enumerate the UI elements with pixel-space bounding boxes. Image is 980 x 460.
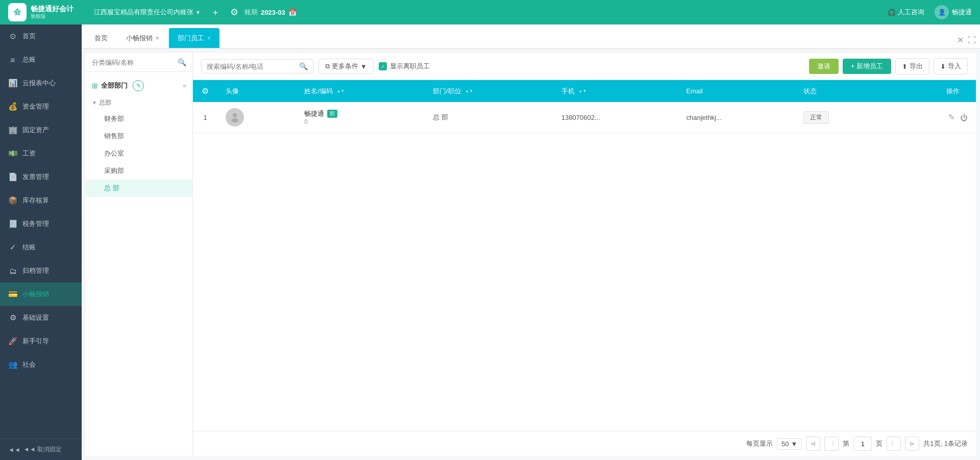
employee-toolbar: 🔍 ⧉ 更多条件 ▼ ✓ 显示离职员工 邀请 + 新增员工 — [193, 53, 976, 80]
th-settings: ⚙ — [193, 80, 217, 102]
dept-item-finance[interactable]: 财务部 — [86, 110, 192, 127]
filter-label: 更多条件 — [332, 62, 358, 71]
unpin-sidebar-btn[interactable]: ◄◄ ◄◄ 取消固定 — [0, 439, 82, 460]
sidebar-item-tax[interactable]: 🧾 税务管理 — [0, 212, 82, 236]
row-index: 1 — [193, 102, 217, 133]
logo-sub: 旗舰版 — [31, 13, 74, 20]
employee-name-text: 畅捷通 — [304, 109, 324, 118]
add-btn[interactable]: ＋ — [209, 4, 222, 20]
employee-search-icon[interactable]: 🔍 — [299, 62, 308, 70]
dept-search-input[interactable] — [92, 59, 178, 66]
row-email: chanjethkj... — [678, 102, 795, 133]
sidebar-label-invoice: 发票管理 — [22, 172, 49, 182]
sidebar-item-home[interactable]: ⊙ 首页 — [0, 24, 82, 48]
filter-btn[interactable]: ⧉ 更多条件 ▼ — [318, 59, 374, 74]
show-resigned[interactable]: ✓ 显示离职员工 — [379, 62, 430, 71]
tab-dept-employee[interactable]: 部门员工 × — [169, 28, 219, 48]
row-phone: 138070602... — [553, 102, 678, 133]
sidebar-item-invoice[interactable]: 📄 发票管理 — [0, 165, 82, 189]
close-window-btn[interactable]: ✕ — [957, 35, 964, 45]
row-avatar — [217, 102, 296, 133]
avatar: 👤 — [935, 5, 949, 19]
company-dropdown-icon: ▼ — [195, 10, 201, 15]
sidebar-label-archive: 归档管理 — [22, 266, 49, 275]
assets-icon: 🏢 — [8, 125, 17, 135]
sidebar-item-archive[interactable]: 🗂 归档管理 — [0, 259, 82, 283]
dept-item-sales[interactable]: 销售部 — [86, 127, 192, 145]
dept-item-general[interactable]: 总 部 — [86, 180, 192, 197]
sidebar-item-settings[interactable]: ⚙ 基础设置 — [0, 306, 82, 329]
employee-avatar — [226, 108, 244, 126]
account-period: 账期 2023-03 📅 — [244, 8, 297, 17]
tab-expense[interactable]: 小畅报销 × — [117, 28, 168, 48]
sidebar-item-assets[interactable]: 🏢 固定资产 — [0, 118, 82, 142]
all-dept-item[interactable]: ⊞ 全部部门 ✎ « — [86, 76, 192, 95]
column-settings-icon[interactable]: ⚙ — [202, 87, 209, 95]
dept-badge: 部 — [327, 110, 337, 118]
last-page-btn[interactable]: ⊳ — [905, 437, 919, 451]
page-input[interactable] — [853, 437, 872, 451]
calendar-icon[interactable]: 📅 — [288, 9, 297, 16]
edit-employee-btn[interactable]: ✎ — [948, 113, 955, 122]
all-dept-label: 全部部门 — [101, 81, 128, 90]
content-area: 首页 小畅报销 × 部门员工 × ✕ ⛶ 🔍 — [82, 24, 980, 460]
total-info: 共1页, 1条记录 — [923, 439, 968, 448]
main-layout: ⊙ 首页 ≡ 总账 📊 云报表中心 💰 资金管理 🏢 固定资产 💵 工资 📄 发… — [0, 24, 980, 460]
svg-point-0 — [233, 113, 237, 117]
next-page-btn[interactable]: 〉 — [887, 437, 901, 451]
tab-dept-close[interactable]: × — [207, 35, 211, 42]
sidebar-item-reports[interactable]: 📊 云报表中心 — [0, 71, 82, 95]
first-page-btn[interactable]: ⊲ — [806, 437, 820, 451]
expand-icon: ▼ — [92, 100, 97, 106]
employee-search-input[interactable] — [207, 63, 296, 70]
support-label: 人工咨询 — [898, 8, 924, 17]
sidebar-item-inventory[interactable]: 📦 库存核算 — [0, 189, 82, 212]
add-employee-btn[interactable]: + 新增员工 — [843, 59, 891, 74]
th-dept-position[interactable]: 部门/职位 ▲▼ — [425, 80, 553, 102]
import-btn[interactable]: ⬇ 导入 — [934, 58, 968, 74]
sidebar-item-guide[interactable]: 🚀 新手引导 — [0, 329, 82, 353]
sidebar-item-expense[interactable]: 💳 小畅报销 — [0, 283, 82, 306]
th-name-code[interactable]: 姓名/编码 ▲▼ — [296, 80, 425, 102]
tab-expense-close[interactable]: × — [156, 35, 159, 42]
dept-item-office[interactable]: 办公室 — [86, 145, 192, 162]
export-btn[interactable]: ⬆ 导出 — [895, 58, 929, 74]
sidebar-item-ledger[interactable]: ≡ 总账 — [0, 48, 82, 71]
settings-btn[interactable]: ⚙ — [228, 5, 240, 20]
dept-search-icon[interactable]: 🔍 — [178, 58, 186, 66]
tab-dept-label: 部门员工 — [178, 34, 204, 43]
logo-icon: 会 — [8, 3, 27, 21]
guide-icon: 🚀 — [8, 337, 17, 346]
per-page-label: 每页显示 — [746, 439, 773, 448]
company-selector[interactable]: 江西服宝精品有限责任公司内账张 ▼ — [94, 8, 201, 17]
show-resigned-checkbox[interactable]: ✓ — [379, 62, 387, 70]
tab-expense-label: 小畅报销 — [126, 34, 153, 43]
tab-home[interactable]: 首页 — [86, 28, 116, 48]
sidebar-label-tax: 税务管理 — [22, 219, 49, 228]
page-content: 🔍 ⊞ 全部部门 ✎ « ▼ 总部 财务部 销售部 办公室 — [86, 53, 976, 456]
show-resigned-label: 显示离职员工 — [390, 62, 430, 71]
unpin-label: ◄◄ 取消固定 — [23, 445, 62, 454]
invite-btn[interactable]: 邀请 — [809, 59, 839, 74]
import-label: 导入 — [948, 62, 961, 71]
maximize-window-btn[interactable]: ⛶ — [968, 36, 976, 45]
invoice-icon: 📄 — [8, 172, 17, 182]
sidebar-item-closing[interactable]: ✓ 结账 — [0, 236, 82, 259]
th-actions: 操作 — [890, 80, 976, 102]
sidebar-item-salary[interactable]: 💵 工资 — [0, 142, 82, 165]
th-phone[interactable]: 手机 ▲▼ — [553, 80, 678, 102]
prev-page-btn[interactable]: 〈 — [824, 437, 839, 451]
dept-collapse-btn[interactable]: « — [183, 82, 186, 89]
sidebar-item-funds[interactable]: 💰 资金管理 — [0, 95, 82, 118]
support-btn[interactable]: 🎧 人工咨询 — [888, 8, 924, 17]
tax-icon: 🧾 — [8, 219, 17, 228]
page-size-select[interactable]: 50 ▼ — [777, 438, 802, 450]
headset-icon: 🎧 — [888, 9, 896, 16]
page-word: 第 — [843, 439, 849, 448]
dept-item-purchase[interactable]: 采购部 — [86, 162, 192, 180]
delete-employee-btn[interactable]: ⏻ — [960, 113, 968, 122]
sidebar-item-social[interactable]: 👥 社会 — [0, 353, 82, 376]
filter-arrow-icon: ▼ — [360, 63, 367, 70]
dept-edit-btn[interactable]: ✎ — [133, 80, 144, 91]
user-area[interactable]: 👤 畅捷通 — [935, 5, 972, 19]
